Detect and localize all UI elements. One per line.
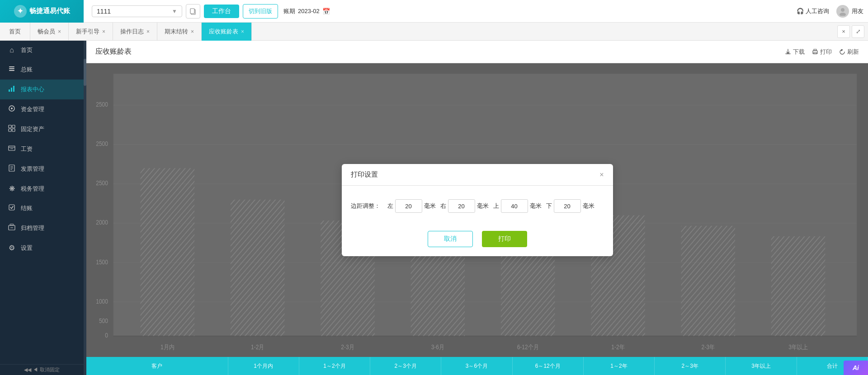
tab-bar: 首页 畅会员 × 新手引导 × 操作日志 × 期末结转 × 应收账龄表 × × … [0, 23, 868, 41]
sidebar-item-ledger[interactable]: 总账 [0, 60, 84, 80]
print-button[interactable]: 打印 [812, 48, 832, 56]
cancel-button[interactable]: 取消 [428, 231, 473, 247]
checkout-icon [7, 204, 16, 213]
tab-guide[interactable]: 新手引导 × [69, 23, 113, 41]
sidebar-item-settings[interactable]: ⚙ 设置 [0, 238, 84, 258]
tab-guide-close[interactable]: × [102, 28, 105, 35]
svg-rect-29 [814, 52, 816, 54]
user-area[interactable]: 用友 [836, 5, 863, 18]
tab-receivable-aging-close[interactable]: × [241, 28, 244, 35]
tab-receivable-aging[interactable]: 应收账龄表 × [202, 23, 252, 41]
svg-rect-13 [12, 125, 15, 128]
margin-top-unit: 毫米 [530, 202, 542, 210]
page-title: 应收账龄表 [95, 47, 132, 56]
refresh-icon [839, 49, 845, 55]
svg-rect-9 [13, 86, 14, 92]
tab-member[interactable]: 畅会员 × [30, 23, 69, 41]
sidebar-item-invoice[interactable]: 发票管理 [0, 159, 84, 179]
content-area: 应收账龄表 下载 打印 刷新 [86, 41, 868, 375]
svg-rect-12 [9, 125, 11, 128]
tab-home[interactable]: 首页 [0, 23, 30, 41]
margin-bottom-unit: 毫米 [583, 202, 594, 210]
copy-button[interactable] [186, 4, 200, 19]
modal-overlay: 打印设置 × 边距调整： 左 毫米 右 [86, 63, 868, 357]
margin-bottom-group: 下 毫米 [546, 199, 594, 213]
sidebar-item-payroll[interactable]: 工资 [0, 139, 84, 159]
svg-rect-25 [10, 224, 14, 225]
tab-oplog-close[interactable]: × [146, 28, 150, 35]
sidebar-item-archive[interactable]: 归档管理 [0, 218, 84, 238]
svg-rect-28 [814, 49, 816, 51]
tab-expand-button[interactable]: ⤢ [852, 25, 864, 38]
tab-period-end-label: 期末结转 [165, 28, 188, 36]
sidebar-label-invoice: 发票管理 [21, 165, 44, 173]
tab-close-button[interactable]: × [837, 25, 850, 38]
sidebar-label-funds: 资金管理 [21, 105, 44, 113]
svg-point-2 [841, 8, 844, 12]
print-icon [812, 49, 818, 55]
modal-footer: 取消 打印 [342, 226, 613, 256]
sidebar-label-assets: 固定资产 [21, 125, 44, 133]
sidebar-label-archive: 归档管理 [21, 224, 44, 232]
logo-text: 畅捷通易代账 [29, 7, 70, 15]
copy-icon [189, 8, 197, 15]
svg-rect-7 [9, 89, 10, 92]
top-header: ✦ 畅捷通易代账 1111 ▼ 工作台 切到旧版 账期 2023-02 📅 🎧 … [0, 0, 868, 23]
sidebar-item-funds[interactable]: 资金管理 [0, 99, 84, 119]
margin-top-input[interactable] [501, 199, 528, 213]
svg-rect-4 [9, 66, 14, 67]
tab-period-end[interactable]: 期末结转 × [157, 23, 202, 41]
chevron-down-icon: ▼ [172, 8, 177, 14]
page-header: 应收账龄表 下载 打印 刷新 [86, 41, 868, 63]
margin-bottom-input[interactable] [554, 199, 581, 213]
calendar-icon[interactable]: 📅 [322, 8, 330, 15]
workbench-button[interactable]: 工作台 [204, 5, 239, 18]
sidebar-item-assets[interactable]: 固定资产 [0, 119, 84, 139]
tab-actions: × ⤢ [837, 25, 868, 38]
sidebar-item-reports[interactable]: 报表中心 [0, 80, 84, 99]
switch-old-button[interactable]: 切到旧版 [243, 4, 278, 19]
table-col-customer: 客户 [86, 357, 228, 375]
consultant-label: 人工咨询 [806, 7, 829, 15]
consultant-button[interactable]: 🎧 人工咨询 [797, 7, 829, 15]
header-right: 🎧 人工咨询 用友 [797, 5, 863, 18]
chart-area: 2500 2500 2500 2000 1500 1000 500 0 1月内 [86, 63, 868, 357]
refresh-label: 刷新 [847, 48, 859, 56]
collapse-label: ◀ 取消固定 [33, 366, 59, 373]
margin-right-group: 右 毫米 [440, 199, 489, 213]
table-col-1month: 1个月内 [228, 357, 299, 375]
period-value: 2023-02 [298, 8, 320, 14]
company-selector[interactable]: 1111 ▼ [92, 5, 182, 17]
sidebar-item-home[interactable]: ⌂ 首页 [0, 41, 84, 60]
tab-oplog[interactable]: 操作日志 × [113, 23, 157, 41]
company-name: 1111 [97, 8, 170, 15]
confirm-print-button[interactable]: 打印 [482, 231, 527, 247]
ai-label: Ai [853, 364, 859, 371]
assets-icon [7, 125, 16, 134]
refresh-button[interactable]: 刷新 [839, 48, 859, 56]
svg-rect-5 [9, 68, 14, 69]
sidebar-item-tax[interactable]: ❋ 税务管理 [0, 179, 84, 198]
sidebar-label-home: 首页 [21, 46, 33, 54]
payroll-icon [7, 145, 16, 154]
reports-icon [7, 85, 16, 94]
table-col-3-6month: 3～6个月 [441, 357, 512, 375]
table-col-6-12month: 6～12个月 [513, 357, 584, 375]
svg-rect-23 [9, 205, 14, 210]
table-col-2-3year: 2～3年 [655, 357, 726, 375]
tab-member-close[interactable]: × [58, 28, 61, 35]
sidebar-item-checkout[interactable]: 结账 [0, 198, 84, 218]
svg-rect-16 [9, 146, 15, 150]
svg-point-11 [11, 108, 13, 109]
margin-left-dir: 左 [387, 202, 393, 210]
tab-period-end-close[interactable]: × [191, 28, 194, 35]
ai-badge[interactable]: Ai [844, 361, 868, 375]
margin-left-input[interactable] [395, 199, 422, 213]
tab-receivable-aging-label: 应收账龄表 [209, 28, 238, 36]
modal-close-button[interactable]: × [599, 171, 604, 179]
svg-rect-1 [190, 9, 194, 14]
download-label: 下载 [793, 48, 805, 56]
download-button[interactable]: 下载 [785, 48, 805, 56]
sidebar-collapse-button[interactable]: ◀◀ ◀ 取消固定 [0, 364, 84, 375]
margin-right-input[interactable] [448, 199, 475, 213]
